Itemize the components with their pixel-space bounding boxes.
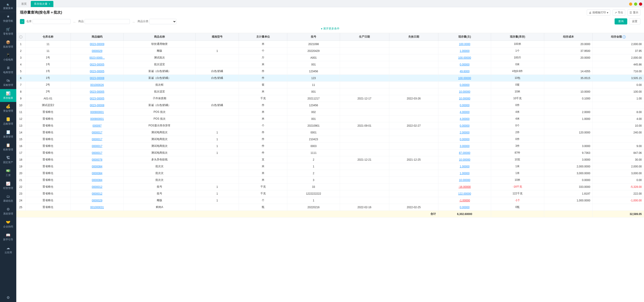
sidebar-item-invoice[interactable]: 🧾 发票管理: [0, 128, 16, 141]
sidebar-item-operation[interactable]: 📈 经营管理: [0, 179, 16, 192]
cell-expire-date: [389, 48, 438, 54]
cell-qty-main: 49.6000: [438, 68, 491, 75]
cell-name: POS显示库存异常: [124, 122, 196, 129]
cell-spec: [196, 41, 239, 48]
close-button[interactable]: [639, 3, 642, 6]
cell-batch: 20210901: [287, 122, 340, 129]
sidebar-item-general[interactable]: 📒 总账管理: [0, 115, 16, 128]
cell-qty-main: 0.00000: [438, 102, 491, 109]
print-button[interactable]: 🖨 按模板打印 ▾: [587, 10, 610, 16]
cell-amount: 2,000.00: [593, 54, 644, 61]
cell-spec: [196, 115, 239, 122]
table-container[interactable]: ○ 仓库名称 商品编码 商品名称 规格型号 主计量单位 批号 生产日期 失效日期…: [16, 33, 644, 302]
cell-amount: 445.86: [593, 61, 644, 68]
cell-spec: 1: [196, 184, 239, 190]
sidebar-item-retail[interactable]: 🛒 零售管理: [0, 25, 16, 38]
cell-unit: 件: [239, 75, 287, 82]
cell-qty-store: 4米: [491, 115, 544, 122]
tab-home[interactable]: 首页: [18, 1, 30, 7]
cell-batch: A001: [287, 54, 340, 61]
col-qty-main: 现存量(主): [438, 33, 491, 41]
export-button[interactable]: ↗ 导出: [612, 10, 625, 16]
cell-qty-main: 2.00000: [438, 129, 491, 136]
category-select[interactable]: [149, 19, 176, 24]
cell-produce-date: [340, 177, 389, 184]
cell-index: 7: [16, 82, 25, 88]
cell-qty-store: -1个: [491, 197, 544, 204]
sidebar-item-mini[interactable]: 📱 小批电商: [0, 51, 16, 64]
cell-name: 鲜肉A: [124, 204, 196, 211]
cell-unit: 米: [239, 170, 287, 177]
sidebar-item-quick-nav[interactable]: ★ 快捷导航: [0, 12, 16, 25]
col-unit: 主计量单位: [239, 33, 287, 41]
cell-code: 0000084: [70, 177, 124, 184]
cell-qty-store: 10米: [491, 88, 544, 95]
cell-unit: 件: [239, 149, 287, 156]
sidebar-item-cloud[interactable]: ☁ 云应用: [0, 244, 16, 256]
filter-row-main: › 仓库 ... 商品 ... 商品分类 查询: [20, 18, 640, 25]
cell-name: 富诚（白色/奶橘）: [124, 68, 196, 75]
sidebar-item-asset[interactable]: 💰 资金管理: [0, 102, 16, 115]
cell-qty-main: 10.00000: [438, 177, 491, 184]
cell-spec: 1: [196, 129, 239, 136]
cell-unit: 瓶: [239, 204, 287, 211]
sidebar-item-purchase[interactable]: 🛍 采购管理: [0, 76, 16, 89]
sidebar-item-salary[interactable]: 💵 工资: [0, 166, 16, 179]
sidebar-item-ecom[interactable]: 🖥 电商管理: [0, 64, 16, 76]
display-button[interactable]: ☰ 显示: [628, 10, 640, 16]
cell-code: 0000017: [70, 149, 124, 156]
sidebar-item-tax[interactable]: 📋 税务管理: [0, 141, 16, 154]
filter-toggle-button[interactable]: ›: [20, 19, 24, 24]
cell-qty-main: 0.00000: [438, 136, 491, 143]
table-row: 20 晋省粮仓 0000084 批次次 米 2 1.00000 1米 3,000…: [16, 170, 644, 177]
cell-produce-date: [340, 82, 389, 88]
cell-index: 17: [16, 149, 25, 156]
cell-unit: 米: [239, 177, 287, 184]
cell-amount: 0.00: [593, 177, 644, 184]
restore-button[interactable]: [634, 3, 637, 6]
cell-cost: 20.0000: [544, 41, 592, 48]
warehouse-input[interactable]: [32, 19, 70, 24]
cell-expire-date: 2021-12-25: [389, 156, 438, 163]
tab-close-icon[interactable]: ×: [49, 3, 50, 5]
search-button[interactable]: 查询: [614, 18, 627, 25]
sidebar-item-system[interactable]: ⚙ 系统管理: [0, 205, 16, 218]
table-row: 10 测试适宜2 0023-00008 富诚（白色/奶橘） 白色/奶橘 件 12…: [16, 102, 644, 109]
cell-produce-date: [340, 54, 389, 61]
cell-spec: 1: [196, 149, 239, 156]
sidebar-nav: 🛒 零售管理 📦 批发管理 📱 小批电商 🖥 电商管理 🛍 采购管理 📊 库存核…: [0, 25, 16, 256]
cell-warehouse: 晋省粮仓: [25, 115, 70, 122]
cell-cost: 1.8197: [544, 190, 592, 197]
more-conditions-button[interactable]: ▾ 展开更多条件: [20, 26, 640, 32]
cell-batch: 2: [287, 170, 340, 177]
cell-index: 4: [16, 61, 25, 68]
cell-expire-date: [389, 88, 438, 95]
cell-code: 001000026: [70, 82, 124, 88]
export-icon: ↗: [614, 11, 617, 14]
sidebar-item-basic[interactable]: 🗂 基础信息: [0, 192, 16, 205]
cell-qty-main: 3.00000: [438, 143, 491, 149]
set-button[interactable]: 设置: [629, 18, 640, 25]
product-input[interactable]: [84, 19, 130, 24]
sidebar-search-button[interactable]: 🔍搜索菜单: [0, 2, 16, 12]
page-title: 现存量查询(按仓库＋批次): [20, 10, 62, 15]
cell-cost: 1.0000: [544, 115, 592, 122]
cell-batch: 002: [287, 109, 340, 115]
minimize-button[interactable]: [629, 3, 632, 6]
col-expire-date: 失效日期: [389, 33, 438, 41]
col-select-icon[interactable]: ○: [19, 35, 22, 39]
cell-index: 15: [16, 136, 25, 143]
cell-amount: -1,000.00: [593, 197, 644, 204]
amount-info-icon[interactable]: i: [622, 35, 626, 39]
sidebar-item-collab[interactable]: 🤝 企业协同: [0, 218, 16, 231]
summary-qty: 6,302.60000: [438, 211, 491, 218]
sidebar-item-batch[interactable]: 📦 批发管理: [0, 38, 16, 51]
sidebar-settings-button[interactable]: ⚙: [0, 293, 16, 302]
tab-inventory-batch[interactable]: 库存批次量 ×: [31, 1, 54, 7]
cell-amount: 222.00: [593, 190, 644, 197]
cell-qty-store: 0筐: [491, 82, 544, 88]
cell-produce-date: [340, 129, 389, 136]
sidebar-item-newbie[interactable]: 📖 新手引导: [0, 231, 16, 244]
sidebar-item-fixed[interactable]: 🏗 固定资产: [0, 154, 16, 166]
sidebar-item-inventory[interactable]: 📊 库存核算: [0, 89, 16, 102]
